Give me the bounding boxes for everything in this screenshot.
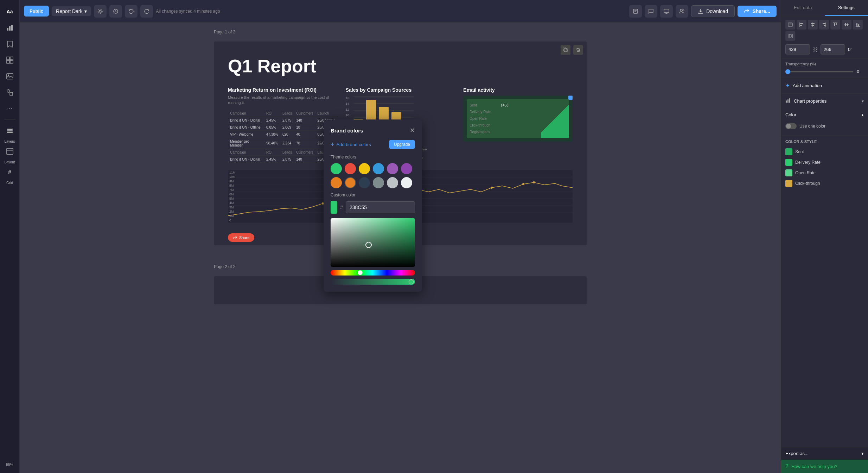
theme-color-9[interactable] xyxy=(359,177,370,188)
x-position-input[interactable] xyxy=(785,44,810,54)
popup-close-button[interactable]: ✕ xyxy=(410,127,415,134)
align-top-icon[interactable] xyxy=(830,20,840,30)
use-one-color-toggle[interactable] xyxy=(785,123,797,129)
theme-color-8[interactable] xyxy=(345,177,356,188)
transparency-thumb[interactable] xyxy=(785,69,790,74)
alpha-slider[interactable] xyxy=(331,279,415,285)
color-item-sent: Sent xyxy=(785,147,864,157)
hue-slider[interactable] xyxy=(331,270,415,276)
theme-color-7[interactable] xyxy=(331,177,342,188)
share-slide-button[interactable]: Share xyxy=(228,233,254,242)
svg-rect-54 xyxy=(836,23,837,25)
chevron-up-icon: ▴ xyxy=(861,112,864,117)
layers-align-icon[interactable] xyxy=(785,20,795,30)
comment-icon-btn[interactable] xyxy=(645,5,657,18)
theme-color-4[interactable] xyxy=(373,163,384,174)
slide-title: Q1 Report xyxy=(228,56,573,77)
hash-sign: # xyxy=(340,205,343,210)
svg-rect-6 xyxy=(10,60,13,63)
add-brand-text[interactable]: Add brand colors xyxy=(337,142,371,147)
notes-icon-btn[interactable] xyxy=(629,5,642,18)
selection-handle xyxy=(568,96,573,100)
transparency-value: 0 xyxy=(857,69,864,74)
theme-color-12[interactable] xyxy=(401,177,412,188)
color-style-label: Color & Style xyxy=(785,140,864,144)
custom-color-swatch[interactable] xyxy=(331,201,337,214)
sidebar-icon-shapes[interactable] xyxy=(3,85,17,99)
toggle-knob xyxy=(786,124,791,129)
history-icon-btn[interactable] xyxy=(109,5,122,18)
present-icon-btn[interactable] xyxy=(660,5,673,18)
sidebar-icon-chart[interactable] xyxy=(3,21,17,35)
transparency-slider[interactable] xyxy=(785,71,853,72)
theme-color-3[interactable] xyxy=(359,163,370,174)
share-button[interactable]: Share... xyxy=(738,6,777,17)
delivery-color-swatch[interactable] xyxy=(785,159,792,166)
table-row: Bring it ON - Digital2.45%2,87514025/04/… xyxy=(228,117,337,124)
tab-settings[interactable]: Settings xyxy=(825,0,868,16)
distribute-icon[interactable] xyxy=(785,31,795,41)
hex-input[interactable] xyxy=(346,201,415,213)
color-style-section: Color & Style Sent Delivery Rate Open Ra… xyxy=(781,136,868,192)
svg-rect-10 xyxy=(10,92,13,95)
sidebar-icon-text[interactable]: Aa xyxy=(3,5,17,19)
table-row: Bring it ON - Digital2.45%2,87514025/04/… xyxy=(228,156,337,163)
align-bottom-icon[interactable] xyxy=(853,20,863,30)
chart-props-header[interactable]: Chart properties ▾ xyxy=(781,93,868,109)
popup-title: Brand colors xyxy=(331,128,363,134)
sidebar-group-bottom: Layers Layout # Grid xyxy=(3,123,17,185)
align-center-h-icon[interactable] xyxy=(808,20,818,30)
open-color-swatch[interactable] xyxy=(785,169,792,176)
align-middle-icon[interactable] xyxy=(842,20,851,30)
delete-page-icon[interactable] xyxy=(573,45,583,55)
y-position-input[interactable] xyxy=(821,44,845,54)
chart-props-label: Chart properties xyxy=(794,98,826,104)
undo-icon-btn[interactable] xyxy=(125,5,138,18)
use-one-color-row: Use one color xyxy=(785,121,864,131)
report-title-dropdown[interactable]: Report Dark ▾ xyxy=(52,6,91,16)
theme-color-10[interactable] xyxy=(373,177,384,188)
sidebar-icon-bookmark[interactable] xyxy=(3,37,17,51)
copy-page-icon[interactable] xyxy=(561,45,570,55)
svg-rect-7 xyxy=(7,73,13,79)
sidebar-icon-layers[interactable] xyxy=(3,124,17,138)
export-section[interactable]: Export as... ▾ xyxy=(781,447,868,460)
sidebar-icon-layout-nav[interactable] xyxy=(3,144,17,158)
theme-color-11[interactable] xyxy=(387,177,398,188)
sidebar-icon-grid[interactable]: # xyxy=(3,165,17,179)
share-people-icon-btn[interactable] xyxy=(676,5,688,18)
align-left-icon[interactable] xyxy=(797,20,806,30)
sent-color-swatch[interactable] xyxy=(785,148,792,155)
svg-point-37 xyxy=(491,187,493,189)
upgrade-button[interactable]: Upgrade xyxy=(389,140,415,149)
download-button[interactable]: Download xyxy=(691,5,735,17)
align-right-icon[interactable] xyxy=(819,20,829,30)
add-animation-section[interactable]: ✦ Add animation xyxy=(781,78,868,93)
click-color-swatch[interactable] xyxy=(785,180,792,187)
theme-color-5[interactable] xyxy=(387,163,398,174)
color-item-click: Click-through xyxy=(785,178,864,189)
add-animation-label: Add animation xyxy=(793,83,822,88)
tab-edit-data[interactable]: Edit data xyxy=(781,0,825,16)
settings-icon-btn[interactable] xyxy=(94,5,107,18)
color-item-delivery: Delivery Rate xyxy=(785,157,864,168)
svg-rect-1 xyxy=(9,26,11,31)
sidebar-group-top: Aa ··· xyxy=(3,4,17,117)
redo-icon-btn[interactable] xyxy=(140,5,153,18)
help-section[interactable]: ? How can we help you? xyxy=(781,460,868,473)
roi-title: Marketing Return on Investment (ROI) xyxy=(228,87,337,93)
popup-header: Brand colors ✕ xyxy=(331,127,415,134)
sidebar-icon-image[interactable] xyxy=(3,69,17,83)
sidebar-icon-layout[interactable] xyxy=(3,53,17,67)
theme-color-1[interactable] xyxy=(331,163,342,174)
svg-point-9 xyxy=(7,90,10,92)
color-header[interactable]: Color ▴ xyxy=(785,109,864,121)
public-button[interactable]: Public xyxy=(24,6,49,17)
color-picker-canvas[interactable] xyxy=(331,218,415,267)
picker-cursor[interactable] xyxy=(365,242,372,248)
svg-rect-64 xyxy=(786,101,787,103)
theme-color-6[interactable] xyxy=(401,163,412,174)
theme-color-2[interactable] xyxy=(345,163,356,174)
sidebar-icon-more[interactable]: ··· xyxy=(3,102,17,116)
transparency-section: Transparency (%) 0 xyxy=(781,58,868,78)
